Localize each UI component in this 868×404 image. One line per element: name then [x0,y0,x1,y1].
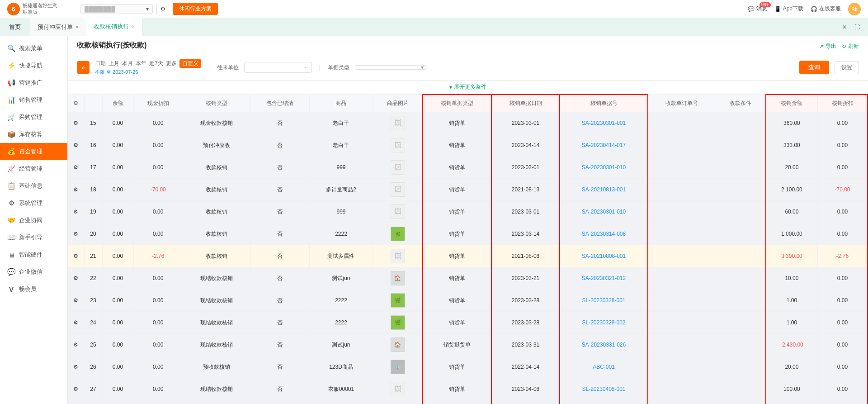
row-verify-bill-date: 2023-03-31 [491,334,560,356]
row-verify-bill-date: 2021-08-13 [491,179,560,201]
row-settings[interactable]: ⚙ [68,157,84,179]
online-service-link[interactable]: 🎧 在线客服 [811,5,841,13]
sidebar-item-purchase[interactable]: 🛒 采购管理 [0,109,67,126]
app-download-link[interactable]: 📱 App下载 [774,5,803,13]
row-verify-bill-type: 销货单 [423,378,491,400]
expand-more-conditions[interactable]: ▾ 展开更多条件 [68,81,868,94]
sidebar-item-collab[interactable]: 🤝 企业协同 [0,212,67,229]
sidebar-item-marketing[interactable]: 📢 营销推广 [0,74,67,91]
message-button[interactable]: 💬 消息 99+ [748,5,767,13]
sidebar-item-search[interactable]: 🔍 搜索菜单 [0,40,67,57]
sidebar-item-guide[interactable]: 📖 新手引导 [0,229,67,246]
row-verify-bill-no: SL-20230328-002 [560,312,647,334]
row-settings[interactable]: ⚙ [68,179,84,201]
row-product-img: 🌿 [373,290,423,312]
product-image: 🖼 [391,160,405,175]
row-settings[interactable]: ⚙ [68,245,84,267]
sidebar-item-vip[interactable]: V 畅会员 [0,280,67,298]
row-settings[interactable]: ⚙ [68,334,84,356]
partner-input[interactable]: ··· [244,62,312,73]
sidebar-item-base[interactable]: 📋 基础信息 [0,177,67,195]
logo-icon: 6 [7,3,20,15]
row-product-img: 🖼 [373,134,423,157]
filter-expand-button[interactable]: » [77,61,90,74]
query-button[interactable]: 查询 [799,61,829,74]
sidebar-item-nav[interactable]: ⚡ 快捷导航 [0,57,67,74]
row-include-settled: 否 [250,400,309,404]
row-verify-bill-type: 销货单 [423,312,491,334]
refresh-button[interactable]: ↻ 刷新 [842,43,859,50]
row-receipt-condition [716,157,765,179]
sidebar-item-finance[interactable]: 💰 资金管理 [0,143,67,160]
setting-button[interactable]: 设置 [835,61,859,74]
col-product-img: 商品图片 [373,95,423,112]
row-verify-bill-date: 2023-04-18 [491,400,560,404]
search-icon: 🔍 [7,44,15,52]
row-verify-bill-date: 2023-04-08 [491,378,560,400]
date-label: 日期 [95,60,106,67]
row-settings[interactable]: ⚙ [68,312,84,334]
tab-prepay-close[interactable]: × [75,24,79,30]
tab-verify[interactable]: 收款核销执行 × [86,18,142,36]
col-settings[interactable]: ⚙ [68,95,84,112]
product-image: 🌿 [391,315,405,330]
date-this-month[interactable]: 本月 [122,60,133,67]
solution-button[interactable]: 休闲行业方案 [173,3,218,15]
row-settings[interactable]: ⚙ [68,400,84,404]
vip-icon: V [7,285,15,293]
sidebar-label-purchase: 采购管理 [19,113,42,121]
row-settings[interactable]: ⚙ [68,134,84,157]
bill-type-select[interactable] [355,65,427,70]
row-settings[interactable]: ⚙ [68,356,84,378]
operation-icon: 📈 [7,165,15,173]
export-button[interactable]: ↗ 导出 [819,43,836,50]
row-settings[interactable]: ⚙ [68,112,84,134]
row-settings[interactable]: ⚙ [68,290,84,312]
user-avatar[interactable]: Rit [848,3,861,15]
date-more[interactable]: 更多 [166,60,177,67]
tab-home[interactable]: 首页 [0,18,30,36]
sidebar-item-wechat[interactable]: 💬 企业微信 [0,263,67,280]
sidebar-item-inventory[interactable]: 📦 库存核算 [0,126,67,143]
row-include-settled: 否 [250,179,309,201]
product-image: 🏢 [391,360,405,374]
row-receipt-condition [716,267,765,290]
row-verify-amount: 1.00 [766,312,818,334]
row-include-settled: 否 [250,134,309,157]
row-include-settled: 否 [250,334,309,356]
expand-more-label: 展开更多条件 [454,83,486,91]
row-verify-bill-date: 2023-03-01 [491,112,560,134]
tab-prepay[interactable]: 预付冲应付单 × [30,18,86,36]
row-settings[interactable]: ⚙ [68,201,84,223]
row-settings[interactable]: ⚙ [68,267,84,290]
tab-maximize[interactable]: ⛶ [852,22,863,33]
settings-button[interactable]: ⚙ [156,3,169,15]
date-custom[interactable]: 自定义 [179,59,201,68]
row-cash-discount: 0.00 [133,312,183,334]
main-layout: 🔍 搜索菜单 ⚡ 快捷导航 📢 营销推广 📊 销售管理 🛒 采购管理 📦 库存核… [0,36,868,404]
date-this-year[interactable]: 本年 [136,60,146,67]
system-icon: ⚙ [7,199,15,207]
date-last-month[interactable]: 上月 [108,60,119,67]
tab-close-window[interactable]: ✕ [839,22,850,33]
sidebar-item-hardware[interactable]: 🖥 智能硬件 [0,246,67,263]
row-balance: 0.00 [102,378,133,400]
row-settings[interactable]: ⚙ [68,223,84,245]
sidebar-item-sales[interactable]: 📊 销售管理 [0,91,67,109]
tab-verify-close[interactable]: × [132,24,135,29]
table-row: ⚙ 26 0.00 0.00 预收款核销 否 123D商品 🏢 销货单 2022… [68,356,868,378]
row-receipt-order [648,245,716,267]
row-cash-discount: 0.00 [133,378,183,400]
sidebar-item-system[interactable]: ⚙ 系统管理 [0,195,67,212]
row-receipt-order [648,334,716,356]
company-selector[interactable]: ████████ ▾ [80,4,153,14]
row-settings[interactable]: ⚙ [68,378,84,400]
row-verify-bill-type: 销货单 [423,223,491,245]
sidebar-label-wechat: 企业微信 [19,268,42,276]
date-7days[interactable]: 近7天 [149,60,163,67]
row-verify-bill-type: 销货单 [423,157,491,179]
sidebar: 🔍 搜索菜单 ⚡ 快捷导航 📢 营销推广 📊 销售管理 🛒 采购管理 📦 库存核… [0,36,68,404]
sidebar-item-operation[interactable]: 📈 经营管理 [0,160,67,177]
partner-dots[interactable]: ··· [303,64,308,71]
col-verify-bill-no: 核销单据号 [560,95,647,112]
